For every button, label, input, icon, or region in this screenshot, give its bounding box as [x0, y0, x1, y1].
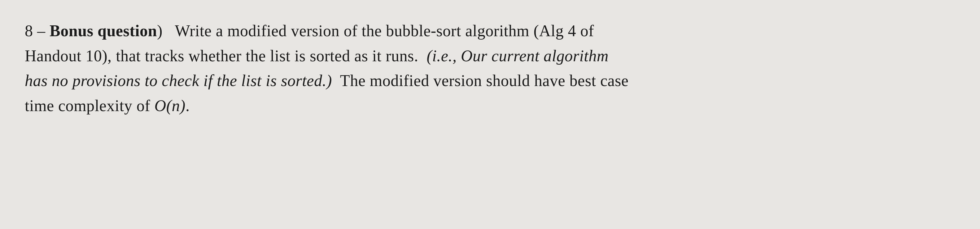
italic-continuation: has no provisions to check if the list i…	[25, 72, 332, 89]
big-o-notation: O(n)	[154, 97, 186, 114]
question-number: 8 –	[25, 22, 49, 40]
question-line-4: time complexity of O(n).	[25, 97, 189, 114]
paren-close: ) Write a modified version of the bubble…	[157, 22, 594, 40]
question-body: 8 – Bonus question) Write a modified ver…	[25, 19, 955, 118]
question-line-1: 8 – Bonus question) Write a modified ver…	[25, 22, 594, 40]
question-line-3: has no provisions to check if the list i…	[25, 72, 628, 89]
ie-clause: (i.e., Our current algorithm	[426, 47, 608, 65]
bonus-label: Bonus question	[49, 22, 157, 40]
question-line-2: Handout 10), that tracks whether the lis…	[25, 47, 609, 65]
page-content: 8 – Bonus question) Write a modified ver…	[0, 0, 980, 229]
